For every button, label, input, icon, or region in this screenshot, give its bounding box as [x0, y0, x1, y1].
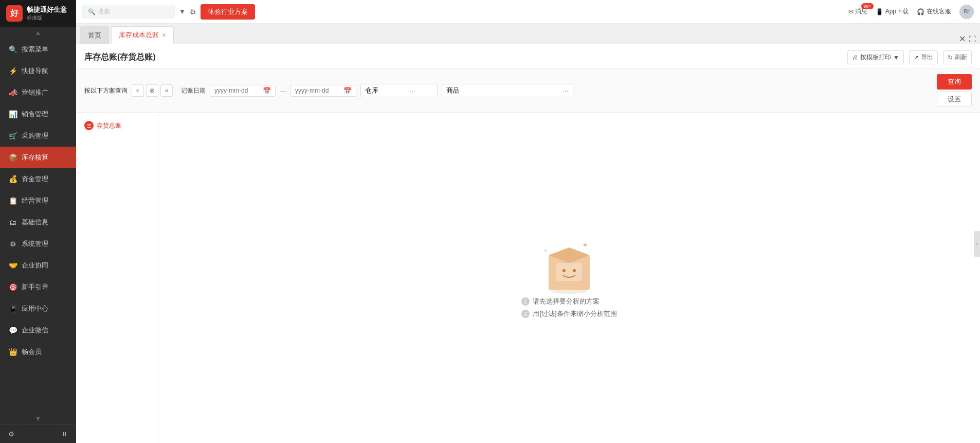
- print-icon: 🖨: [852, 54, 858, 61]
- filter-area: 按以下方案查询 ＋ ⊗ « 记账日期 📅 — 📅 仓库 ··· 商品: [76, 69, 980, 113]
- settings-gear-btn[interactable]: ⚙: [8, 430, 14, 438]
- export-btn[interactable]: ↗ 导出: [909, 50, 938, 64]
- filter-label: 按以下方案查询: [84, 86, 128, 95]
- warehouse-select[interactable]: 仓库 ···: [360, 84, 438, 97]
- empty-hint: 1 请先选择要分析的方案 2 用[过滤]条件来缩小分析范围: [521, 297, 616, 318]
- logo-icon: 好: [6, 5, 23, 22]
- svg-point-4: [562, 269, 566, 272]
- svg-text:✦: ✦: [582, 241, 588, 249]
- scheme-icon: ☰: [84, 121, 94, 130]
- guide-icon: 🎯: [8, 283, 17, 291]
- app-download-btn[interactable]: 📱 App下载: [876, 7, 909, 16]
- dropdown-arrow-icon[interactable]: ▼: [179, 8, 186, 15]
- content-body: ☰ 存货总账: [76, 113, 980, 443]
- refresh-btn[interactable]: ↻ 刷新: [943, 50, 972, 64]
- message-icon: ✉: [848, 8, 854, 15]
- filter-right-btns: 查询 设置: [937, 74, 972, 107]
- appstore-icon: 📱: [8, 305, 17, 313]
- sidebar-item-appstore[interactable]: 📱 应用中心: [0, 298, 76, 320]
- tab-close-window-icon[interactable]: ✕: [959, 34, 966, 44]
- sidebar-logo: 好 畅捷通好生意 标准版: [0, 0, 76, 27]
- page-actions: 🖨 按模板打印 ▼ ↗ 导出 ↻ 刷新: [847, 50, 972, 64]
- search-small-icon: 🔍: [88, 8, 96, 15]
- page-title: 库存总账(存货总账): [84, 52, 156, 63]
- tab-expand-icon[interactable]: ⛶: [969, 35, 976, 43]
- sidebar-item-marketing[interactable]: 📣 营销推广: [0, 82, 76, 103]
- sidebar-item-guide[interactable]: 🎯 新手引导: [0, 276, 76, 298]
- settings-btn[interactable]: 设置: [937, 92, 972, 107]
- right-collapse-handle[interactable]: ›: [974, 231, 980, 257]
- tab-inventory-ledger[interactable]: 库存成本总账 ✕: [111, 26, 174, 44]
- sidebar-item-operation[interactable]: 📋 经营管理: [0, 190, 76, 211]
- sidebar-item-quick-nav[interactable]: ⚡ 快捷导航: [0, 60, 76, 82]
- warehouse-label: 仓库: [365, 86, 378, 95]
- topbar-settings-icon[interactable]: ⚙: [190, 8, 196, 16]
- sidebar-item-basic[interactable]: 🗂 基础信息: [0, 211, 76, 233]
- tab-close-icon[interactable]: ✕: [162, 32, 166, 38]
- empty-illustration: ✦ ✦: [538, 237, 600, 289]
- sidebar-item-sales[interactable]: 📊 销售管理: [0, 103, 76, 125]
- empty-state: ✦ ✦ 1 请先选择要分析的方案 2 用[过滤]条件来缩小分析范围: [158, 113, 980, 443]
- query-btn[interactable]: 查询: [937, 74, 972, 90]
- sidebar-item-purchase[interactable]: 🛒 采购管理: [0, 125, 76, 147]
- online-service-btn[interactable]: 🎧 在线客服: [917, 7, 951, 16]
- page-header: 库存总账(存货总账) 🖨 按模板打印 ▼ ↗ 导出 ↻ 刷新: [76, 44, 980, 69]
- user-avatar[interactable]: Rit: [959, 5, 974, 19]
- sidebar-item-finance[interactable]: 💰 资金管理: [0, 168, 76, 190]
- sales-icon: 📊: [8, 110, 17, 118]
- svg-point-5: [573, 269, 576, 272]
- sidebar-collapse-btn[interactable]: ⏸: [61, 430, 68, 438]
- marketing-icon: 📣: [8, 88, 17, 97]
- headset-icon: 🎧: [917, 8, 924, 15]
- date-start-input[interactable]: 📅: [210, 85, 276, 97]
- message-badge: 99+: [861, 3, 873, 9]
- date-start-field[interactable]: [214, 87, 261, 94]
- topbar: 🔍 搜索 ▼ ⚙ 体验行业方案 ✉ 消息 99+ 📱 App下载 🎧 在线客服 …: [76, 0, 980, 24]
- operation-icon: 📋: [8, 197, 17, 205]
- calendar-start-icon[interactable]: 📅: [263, 87, 271, 95]
- scheme-panel: ☰ 存货总账: [76, 113, 158, 443]
- date-end-input[interactable]: 📅: [291, 85, 356, 97]
- print-btn[interactable]: 🖨 按模板打印 ▼: [847, 50, 904, 64]
- goods-label: 商品: [446, 86, 460, 95]
- main-area: 🔍 搜索 ▼ ⚙ 体验行业方案 ✉ 消息 99+ 📱 App下载 🎧 在线客服 …: [76, 0, 980, 443]
- search-icon: 🔍: [8, 45, 17, 54]
- hint-item-1: 1 请先选择要分析的方案: [521, 297, 616, 306]
- topbar-left: 🔍 搜索 ▼ ⚙ 体验行业方案: [82, 4, 255, 20]
- enterprise-icon: 🤝: [8, 261, 17, 270]
- topbar-right: ✉ 消息 99+ 📱 App下载 🎧 在线客服 Rit: [848, 5, 974, 19]
- sidebar-item-member[interactable]: 👑 畅会员: [0, 341, 76, 363]
- refresh-icon: ↻: [948, 54, 953, 61]
- sidebar-item-inventory[interactable]: 📦 库存核算: [0, 147, 76, 168]
- filter-add-btn[interactable]: ＋: [132, 84, 144, 97]
- warehouse-more-icon: ···: [409, 86, 415, 95]
- goods-select[interactable]: 商品 ···: [442, 84, 573, 97]
- hint-num-1: 1: [521, 297, 530, 306]
- sidebar-item-wechat[interactable]: 💬 企业微信: [0, 320, 76, 341]
- sidebar-footer: ⚙ ⏸: [0, 424, 76, 443]
- filter-collapse-btn[interactable]: «: [160, 84, 173, 97]
- content-area: 库存总账(存货总账) 🖨 按模板打印 ▼ ↗ 导出 ↻ 刷新 按以下方案查询: [76, 44, 980, 443]
- phone-icon: 📱: [876, 8, 883, 15]
- sidebar-item-system[interactable]: ⚙ 系统管理: [0, 233, 76, 255]
- topbar-search-box[interactable]: 🔍 搜索: [82, 5, 175, 19]
- sidebar: 好 畅捷通好生意 标准版 ▲ 🔍 搜索菜单 ⚡ 快捷导航 📣 营销推广 📊 销售…: [0, 0, 76, 443]
- sidebar-nav: 🔍 搜索菜单 ⚡ 快捷导航 📣 营销推广 📊 销售管理 🛒 采购管理 📦 库存核…: [0, 39, 76, 413]
- date-end-field[interactable]: [295, 87, 341, 94]
- sidebar-scroll-up[interactable]: ▲: [0, 27, 76, 39]
- date-separator: —: [280, 87, 286, 95]
- search-text: 搜索: [98, 7, 110, 16]
- message-btn[interactable]: ✉ 消息 99+: [848, 7, 867, 16]
- inventory-icon: 📦: [8, 153, 17, 162]
- scheme-item-inventory[interactable]: ☰ 存货总账: [80, 117, 154, 134]
- tabbar: 首页 库存成本总账 ✕ ✕ ⛶: [76, 24, 980, 44]
- calendar-end-icon[interactable]: 📅: [343, 87, 352, 95]
- industry-btn[interactable]: 体验行业方案: [201, 4, 255, 20]
- svg-rect-3: [556, 263, 582, 281]
- hint-item-2: 2 用[过滤]条件来缩小分析范围: [521, 309, 616, 318]
- filter-reset-btn[interactable]: ⊗: [146, 84, 158, 97]
- sidebar-item-search[interactable]: 🔍 搜索菜单: [0, 39, 76, 60]
- sidebar-scroll-down[interactable]: ▼: [0, 413, 76, 424]
- tab-home[interactable]: 首页: [80, 26, 109, 44]
- sidebar-item-enterprise[interactable]: 🤝 企业协同: [0, 255, 76, 276]
